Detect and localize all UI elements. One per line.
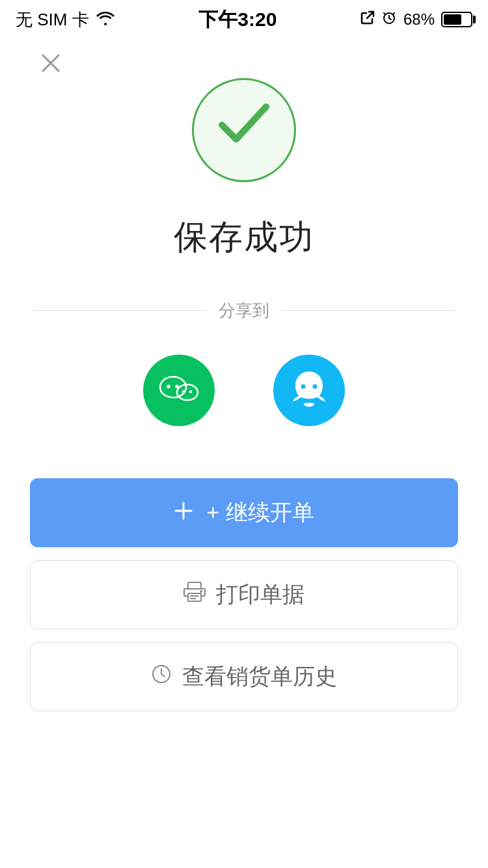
history-label: 查看销货单历史 bbox=[182, 662, 337, 692]
close-icon bbox=[39, 51, 62, 79]
wechat-share-button[interactable] bbox=[143, 355, 215, 426]
battery-percent: 68% bbox=[403, 10, 435, 29]
share-icons-row bbox=[143, 355, 345, 426]
alarm-icon bbox=[381, 10, 397, 29]
wifi-icon bbox=[96, 10, 115, 30]
status-bar: 无 SIM 卡 下午3:20 68% bbox=[0, 0, 488, 39]
printer-icon bbox=[183, 582, 206, 608]
svg-point-11 bbox=[200, 590, 202, 593]
success-title: 保存成功 bbox=[174, 215, 314, 260]
print-button[interactable]: 打印单据 bbox=[30, 560, 458, 629]
svg-rect-9 bbox=[188, 582, 201, 589]
svg-point-8 bbox=[313, 385, 318, 389]
main-content: 保存成功 分享到 bbox=[0, 39, 488, 711]
qq-icon bbox=[289, 369, 329, 412]
success-icon-circle bbox=[192, 78, 296, 182]
buttons-section: + 继续开单 打印单据 查看销 bbox=[0, 478, 488, 711]
location-icon bbox=[360, 10, 375, 29]
status-left: 无 SIM 卡 bbox=[16, 8, 115, 31]
svg-point-6 bbox=[189, 390, 192, 393]
plus-icon bbox=[174, 500, 193, 526]
wechat-icon bbox=[157, 369, 200, 412]
sim-text: 无 SIM 卡 bbox=[16, 8, 89, 31]
continue-order-button[interactable]: + 继续开单 bbox=[30, 478, 458, 547]
close-button[interactable] bbox=[33, 47, 69, 83]
svg-point-3 bbox=[167, 385, 170, 388]
svg-point-5 bbox=[182, 390, 185, 393]
share-divider: 分享到 bbox=[0, 299, 488, 322]
status-right: 68% bbox=[360, 10, 472, 29]
svg-point-4 bbox=[175, 385, 179, 388]
history-button[interactable]: 查看销货单历史 bbox=[30, 642, 458, 711]
qq-share-button[interactable] bbox=[273, 355, 345, 426]
share-label: 分享到 bbox=[206, 299, 282, 322]
svg-point-1 bbox=[160, 377, 186, 398]
continue-order-label: + 继续开单 bbox=[206, 498, 314, 528]
print-label: 打印单据 bbox=[216, 580, 305, 610]
clock-icon bbox=[151, 664, 172, 690]
divider-line-right bbox=[282, 310, 455, 311]
battery-icon bbox=[441, 12, 472, 27]
status-time: 下午3:20 bbox=[198, 7, 277, 33]
svg-rect-10 bbox=[188, 593, 201, 601]
divider-line-left bbox=[33, 310, 206, 311]
checkmark-icon bbox=[218, 102, 270, 156]
svg-point-2 bbox=[177, 385, 198, 400]
svg-point-7 bbox=[301, 385, 306, 389]
